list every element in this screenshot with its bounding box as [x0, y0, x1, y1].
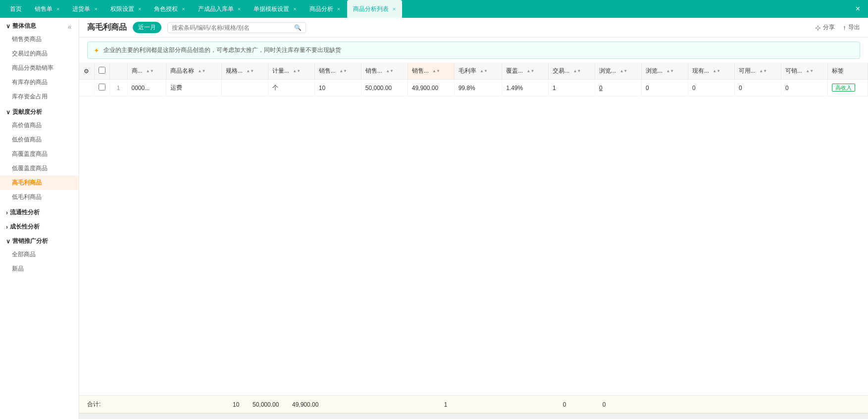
column-browse2[interactable]: 浏览... ▲▼ [642, 63, 688, 80]
close-tab-template[interactable]: × [293, 6, 296, 12]
sidebar-item-high-value[interactable]: 高价值商品 [0, 118, 79, 133]
tab-product-analysis-list[interactable]: 商品分析列表 × [347, 0, 402, 18]
tab-sales-order[interactable]: 销售单 × [29, 0, 65, 18]
row-saleable: 0 [781, 80, 827, 96]
close-tab-product-storage[interactable]: × [238, 6, 241, 12]
column-sales-qty[interactable]: 销售... ▲▼ [314, 63, 361, 80]
close-all-tabs-button[interactable]: × [852, 2, 864, 15]
sidebar-item-stock-fund[interactable]: 库存资金占用 [0, 90, 79, 104]
export-button[interactable]: ↑ 导出 [843, 23, 860, 32]
content-header: 高毛利商品 近一月 🔍 ⊹ 分享 ↑ 导出 [79, 18, 868, 38]
tab-purchase-order[interactable]: 进货单 × [66, 0, 103, 18]
footer-coverage [372, 401, 411, 408]
sidebar-group-liquidity[interactable]: › 流通性分析 [0, 204, 79, 219]
sidebar-item-all-goods[interactable]: 全部商品 [0, 247, 79, 262]
main-layout: « ∨ 整体信息 销售类商品 交易过的商品 商品分类助销率 有库存的商品 库存资… [0, 18, 868, 419]
search-box: 🔍 [167, 22, 306, 33]
row-browse1: 0 [595, 80, 642, 96]
column-available[interactable]: 可用... ▲▼ [734, 63, 781, 80]
sidebar-item-category-rate[interactable]: 商品分类助销率 [0, 61, 79, 75]
table-row: 1 0000... 运费 个 [79, 80, 868, 96]
sort-sales-qty-icon: ▲▼ [339, 69, 347, 73]
column-trade[interactable]: 交易... ▲▼ [549, 63, 595, 80]
column-browse1[interactable]: 浏览... ▲▼ [595, 63, 642, 80]
row-browse2: 0 [642, 80, 688, 96]
column-sales-amount[interactable]: 销售... ▲▼ [361, 63, 408, 80]
footer-sales-qty: 10 [204, 401, 243, 408]
row-select-checkbox[interactable] [99, 84, 105, 91]
close-tab-role-auth[interactable]: × [182, 6, 185, 12]
row-settings [79, 80, 94, 96]
sidebar-group-contribution[interactable]: ∨ 贡献度分析 [0, 104, 79, 118]
column-current[interactable]: 现有... ▲▼ [688, 63, 734, 80]
row-name: 运费 [166, 80, 222, 96]
chevron-down-icon-2: ∨ [6, 109, 10, 116]
select-all-checkbox[interactable] [99, 67, 105, 74]
column-code[interactable]: 商... ▲▼ [127, 63, 166, 80]
chevron-down-icon: ∨ [6, 23, 10, 30]
page-title: 高毛利商品 [87, 22, 127, 33]
sidebar-item-new-goods[interactable]: 新品 [0, 262, 79, 276]
sidebar-collapse-button[interactable]: « [65, 22, 75, 32]
row-num: 1 [109, 80, 127, 96]
close-tab-permission[interactable]: × [138, 6, 141, 12]
sidebar-item-high-margin[interactable]: 高毛利商品 [0, 176, 79, 190]
close-tab-product-analysis[interactable]: × [337, 6, 340, 12]
footer-browse2 [491, 401, 530, 408]
horizontal-scrollbar[interactable] [79, 413, 868, 419]
footer-browse1 [451, 401, 491, 408]
tab-product-analysis[interactable]: 商品分析 × [304, 0, 346, 18]
filter-recent-month-button[interactable]: 近一月 [133, 22, 161, 33]
column-settings[interactable]: ⚙ [79, 63, 94, 80]
footer-total: 合计: 10 50,000.00 49,900.00 1 0 0 [79, 395, 868, 413]
export-icon: ↑ [843, 24, 846, 32]
sidebar-group-growth[interactable]: › 成长性分析 [0, 219, 79, 233]
row-gross-rate: 99.8% [454, 80, 502, 96]
row-trade: 1 [549, 80, 595, 96]
column-tag[interactable]: 标签 [827, 63, 868, 80]
sidebar-item-high-coverage[interactable]: 高覆盖度商品 [0, 147, 79, 161]
column-name[interactable]: 商品名称 ▲▼ [166, 63, 222, 80]
sidebar-item-low-coverage[interactable]: 低覆盖度商品 [0, 161, 79, 176]
sidebar-items-marketing: 全部商品 新品 [0, 247, 79, 276]
row-spec [221, 80, 268, 96]
tab-permission-settings[interactable]: 权限设置 × [104, 0, 147, 18]
footer-label: 合计: [87, 400, 101, 409]
sort-saleable-icon: ▲▼ [806, 69, 814, 73]
share-button[interactable]: ⊹ 分享 [815, 23, 835, 32]
search-input[interactable] [172, 24, 291, 31]
column-spec[interactable]: 规格... ▲▼ [221, 63, 268, 80]
data-table: ⚙ 商... ▲▼ 商品名称 [79, 63, 868, 96]
tab-role-auth[interactable]: 角色授权 × [148, 0, 191, 18]
sidebar-item-low-value[interactable]: 低价值商品 [0, 133, 79, 147]
sidebar-item-in-stock-goods[interactable]: 有库存的商品 [0, 75, 79, 90]
tab-template-settings[interactable]: 单据模板设置 × [248, 0, 302, 18]
chevron-right-icon-2: › [6, 224, 8, 231]
share-icon: ⊹ [815, 24, 821, 32]
close-tab-product-analysis-list[interactable]: × [393, 6, 396, 12]
row-tag: 高收入 [827, 80, 868, 96]
sort-available-icon: ▲▼ [759, 69, 767, 73]
column-gross-rate[interactable]: 毛利率 ▲▼ [454, 63, 502, 80]
column-unit[interactable]: 计量... ▲▼ [268, 63, 314, 80]
close-tab-purchase-order[interactable]: × [94, 6, 97, 12]
tab-product-storage[interactable]: 产成品入库单 × [192, 0, 247, 18]
footer-cells: 10 50,000.00 49,900.00 1 0 0 [104, 401, 860, 408]
sort-current-icon: ▲▼ [713, 69, 720, 73]
close-tab-sales-order[interactable]: × [56, 6, 59, 12]
row-checkbox [94, 80, 109, 96]
column-sales-profit[interactable]: 销售... ▲▼ [408, 63, 454, 80]
search-icon[interactable]: 🔍 [294, 24, 302, 31]
browse1-link[interactable]: 0 [599, 85, 603, 92]
sort-gross-rate-icon: ▲▼ [480, 69, 488, 73]
sidebar-group-marketing[interactable]: ∨ 营销推广分析 [0, 233, 79, 247]
sidebar-item-sales-goods[interactable]: 销售类商品 [0, 32, 79, 47]
row-available: 0 [734, 80, 781, 96]
sidebar-item-low-margin[interactable]: 低毛利商品 [0, 190, 79, 204]
column-coverage[interactable]: 覆盖... ▲▼ [502, 63, 549, 80]
column-saleable[interactable]: 可销... ▲▼ [781, 63, 827, 80]
tab-home[interactable]: 首页 [4, 0, 28, 18]
sort-trade-icon: ▲▼ [573, 69, 581, 73]
sidebar-item-traded-goods[interactable]: 交易过的商品 [0, 47, 79, 61]
table-header-row: ⚙ 商... ▲▼ 商品名称 [79, 63, 868, 80]
